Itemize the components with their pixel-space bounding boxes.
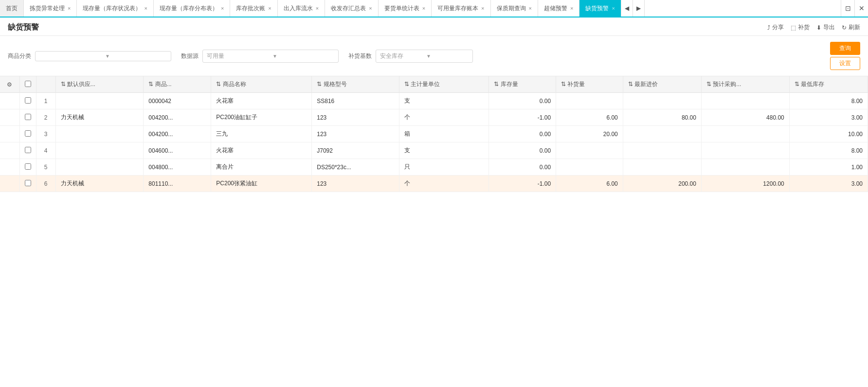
row-checkbox[interactable] (25, 163, 31, 170)
tab-inventory-dist-close[interactable]: × (221, 5, 224, 11)
tab-overstock[interactable]: 超储预警 × (538, 0, 579, 17)
page-header: 缺货预警 ⤴ 分享 ⬚ 补货 ⬇ 导出 ↻ 刷新 (0, 18, 868, 36)
column-default-supplier[interactable]: ⇅ 默认供应... (55, 76, 144, 93)
row-min-stock: 3.00 (789, 109, 868, 126)
row-latest-price: 80.00 (623, 109, 701, 126)
tab-shortage-close[interactable]: × (612, 5, 615, 11)
row-settings-cell (0, 93, 19, 109)
tab-home[interactable]: 首页 (0, 0, 24, 17)
export-button[interactable]: ⬇ 导出 (816, 23, 835, 32)
row-restock-qty (556, 142, 623, 159)
tab-collection[interactable]: 收发存汇总表 × (325, 0, 378, 17)
tab-abnormal[interactable]: 拣货异常处理 × (24, 0, 77, 17)
tab-requisition[interactable]: 要货单统计表 × (379, 0, 432, 17)
tab-inout-close[interactable]: × (316, 5, 319, 11)
row-spec: 123 (312, 126, 399, 142)
row-product-name: 离合片 (211, 159, 312, 176)
datasource-select[interactable]: 可用量 ▼ (202, 50, 339, 63)
row-unit: 箱 (399, 126, 489, 142)
tab-expiry[interactable]: 保质期查询 × (491, 0, 538, 17)
row-product-code: 004200... (144, 126, 211, 142)
restock-icon: ⬚ (791, 24, 796, 31)
tab-inventory-status[interactable]: 现存量（库存状况表） × (77, 0, 153, 17)
row-latest-price (623, 126, 701, 142)
header-actions: ⤴ 分享 ⬚ 补货 ⬇ 导出 ↻ 刷新 (767, 23, 860, 32)
column-product-name[interactable]: ⇅ 商品名称 (211, 76, 312, 93)
column-est-purchase[interactable]: ⇅ 预计采购... (701, 76, 789, 93)
row-checkbox-cell[interactable] (19, 109, 36, 126)
export-icon: ⬇ (816, 24, 821, 31)
row-product-code: 801110... (144, 176, 211, 192)
row-est-purchase: 1200.00 (701, 176, 789, 192)
tab-batch[interactable]: 库存批次账 × (230, 0, 277, 17)
tab-shortage[interactable]: 缺货预警 × (579, 0, 621, 17)
row-checkbox-cell[interactable] (19, 159, 36, 176)
column-rownum (36, 76, 55, 93)
row-checkbox[interactable] (25, 180, 31, 186)
restock-base-select[interactable]: 安全库存 ▼ (376, 50, 473, 63)
row-product-code: 004600... (144, 142, 211, 159)
tab-inout[interactable]: 出入库流水 × (278, 0, 325, 17)
row-settings-cell (0, 159, 19, 176)
column-unit[interactable]: ⇅ 主计量单位 (399, 76, 489, 93)
row-number: 1 (36, 93, 55, 109)
column-min-stock[interactable]: ⇅ 最低库存 (789, 76, 868, 93)
row-checkbox[interactable] (25, 147, 31, 153)
row-settings-cell (0, 126, 19, 142)
tab-prev-button[interactable]: ◀ (621, 0, 633, 17)
row-checkbox-cell[interactable] (19, 126, 36, 142)
row-checkbox[interactable] (25, 130, 31, 137)
tab-available-close[interactable]: × (481, 5, 484, 11)
row-stock: 0.00 (489, 159, 556, 176)
row-checkbox[interactable] (25, 97, 31, 104)
tab-inventory-status-close[interactable]: × (144, 5, 147, 11)
row-checkbox-cell[interactable] (19, 142, 36, 159)
tab-next-button[interactable]: ▶ (633, 0, 645, 17)
row-unit: 支 (399, 93, 489, 109)
row-product-code: 0000042 (144, 93, 211, 109)
tab-overstock-close[interactable]: × (570, 5, 573, 11)
column-stock[interactable]: ⇅ 库存量 (489, 76, 556, 93)
column-settings[interactable]: ⚙ (0, 76, 19, 93)
row-stock: 0.00 (489, 93, 556, 109)
row-spec: 123 (312, 109, 399, 126)
tab-batch-close[interactable]: × (268, 5, 271, 11)
row-default-supplier (55, 142, 144, 159)
table-container: ⚙ ⇅ 默认供应... ⇅ 商品... ⇅ 商品名称 ⇅ (0, 76, 868, 192)
tab-inventory-dist[interactable]: 现存量（库存分布表） × (154, 0, 230, 17)
row-number: 6 (36, 176, 55, 192)
row-min-stock: 10.00 (789, 126, 868, 142)
datasource-filter-group: 数据源 可用量 ▼ (181, 50, 339, 63)
tab-abnormal-close[interactable]: × (68, 5, 71, 11)
column-product-code[interactable]: ⇅ 商品... (144, 76, 211, 93)
share-icon: ⤴ (767, 24, 770, 31)
tab-restore-button[interactable]: ⊡ (841, 0, 854, 17)
row-unit: 支 (399, 142, 489, 159)
settings-button[interactable]: 设置 (830, 57, 860, 70)
restock-button[interactable]: ⬚ 补货 (791, 23, 810, 32)
row-checkbox[interactable] (25, 114, 31, 120)
row-restock-qty: 6.00 (556, 176, 623, 192)
row-unit: 个 (399, 176, 489, 192)
category-select[interactable]: ▼ (35, 51, 171, 61)
row-number: 3 (36, 126, 55, 142)
column-restock-qty[interactable]: ⇅ 补货量 (556, 76, 623, 93)
tab-collection-close[interactable]: × (369, 5, 372, 11)
datasource-label: 数据源 (181, 52, 199, 60)
row-stock: -1.00 (489, 176, 556, 192)
query-button[interactable]: 查询 (830, 42, 860, 55)
column-spec[interactable]: ⇅ 规格型号 (312, 76, 399, 93)
filter-bar: 商品分类 ▼ 数据源 可用量 ▼ 补货基数 安全库存 ▼ 查询 设置 (0, 36, 868, 76)
row-checkbox-cell[interactable] (19, 176, 36, 192)
select-all-checkbox[interactable] (25, 81, 31, 87)
row-latest-price (623, 93, 701, 109)
refresh-button[interactable]: ↻ 刷新 (842, 23, 860, 32)
tab-requisition-close[interactable]: × (422, 5, 425, 11)
row-checkbox-cell[interactable] (19, 93, 36, 109)
restock-base-dropdown-icon: ▼ (426, 53, 469, 59)
tab-close-window-button[interactable]: ✕ (854, 0, 868, 17)
column-latest-price[interactable]: ⇅ 最新进价 (623, 76, 701, 93)
tab-available[interactable]: 可用量库存账本 × (432, 0, 490, 17)
share-button[interactable]: ⤴ 分享 (767, 23, 784, 32)
tab-expiry-close[interactable]: × (529, 5, 532, 11)
